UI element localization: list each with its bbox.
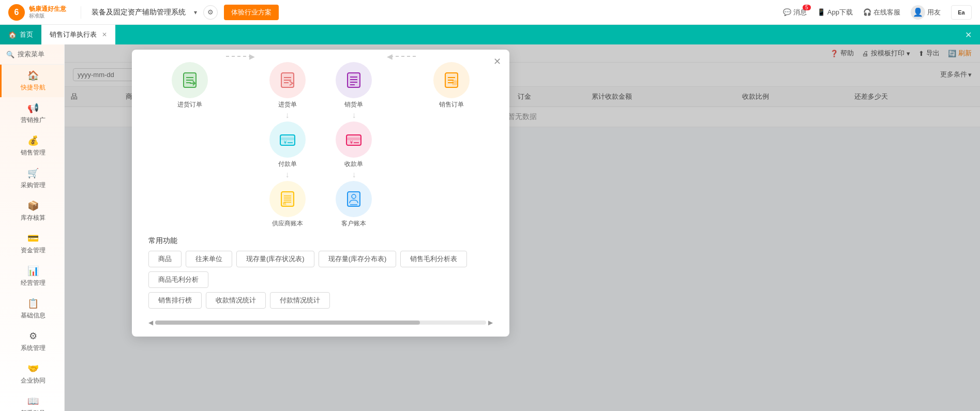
- func-btn-sales-rank[interactable]: 销售排行榜: [148, 292, 202, 309]
- scrollbar-track[interactable]: [155, 321, 486, 325]
- down-arrows-row2: ↓ ↓: [157, 171, 485, 179]
- purchase-bill-node[interactable]: [269, 62, 306, 98]
- spacer7: [418, 121, 485, 169]
- tab-close-icon[interactable]: ✕: [102, 31, 107, 38]
- supplier-account-node[interactable]: 账: [269, 181, 306, 217]
- system-icon: ⚙: [29, 330, 37, 342]
- svg-rect-30: [346, 138, 361, 140]
- common-functions: 常用功能 商品 往来单位 现存量(库存状况表) 现存量(库存分布表) 销售毛利分…: [148, 230, 493, 313]
- purchase-bill-label: 进货单: [278, 100, 297, 109]
- quick-nav-icon: 🏠: [27, 70, 39, 81]
- purchase-order-label: 进货订单: [177, 100, 202, 109]
- purchase-order-node[interactable]: [172, 62, 208, 98]
- scrollbar-right-arrow[interactable]: ▶: [488, 319, 493, 326]
- trial-button[interactable]: 体验行业方案: [224, 5, 279, 20]
- svg-rect-40: [348, 192, 360, 206]
- sidebar-item-basic-info[interactable]: 📋 基础信息: [0, 293, 64, 325]
- sidebar-item-guide[interactable]: 📖 新手引导: [0, 390, 64, 411]
- receipt-node[interactable]: ¥: [336, 121, 372, 158]
- sales-order-node[interactable]: [433, 62, 470, 98]
- func-btn-inventory-dist[interactable]: 现存量(库存分布表): [319, 251, 397, 267]
- system-title: 装备及固定资产辅助管理系统: [92, 8, 186, 17]
- ea-badge: Ea: [951, 5, 972, 20]
- message-button[interactable]: 💬 消息 5: [783, 8, 807, 17]
- payment-label: 付款单: [278, 160, 297, 169]
- spacer13: [387, 181, 485, 228]
- down-arrows-row: ↓ ↓: [157, 111, 485, 119]
- sidebar-item-marketing[interactable]: 📢 营销推广: [0, 97, 64, 130]
- user-menu[interactable]: 👤 用友: [911, 5, 941, 20]
- sales-bill-node[interactable]: [336, 62, 372, 98]
- logo-area: 6 畅康通好生意 标准版: [8, 4, 70, 21]
- finance-icon: 💳: [27, 233, 39, 244]
- message-icon: 💬: [783, 8, 791, 16]
- common-functions-title: 常用功能: [148, 236, 493, 246]
- tab-home[interactable]: 🏠 首页: [0, 25, 41, 44]
- flow-col-payment: ¥ 付款单: [254, 121, 321, 169]
- scrollbar-thumb: [155, 321, 420, 325]
- online-service-button[interactable]: 🎧 在线客服: [863, 8, 900, 17]
- settings-button[interactable]: ⚙: [203, 5, 218, 20]
- func-btn-receipt-stats[interactable]: 收款情况统计: [206, 292, 266, 309]
- marketing-icon: 📢: [27, 102, 39, 114]
- modal-scrollbar: ◀ ▶: [148, 319, 493, 326]
- system-dropdown-icon[interactable]: ▾: [194, 9, 197, 16]
- arrow-left-1: ◀: [387, 62, 418, 73]
- flow-row-3: 账 供应商账本: [157, 179, 485, 230]
- svg-text:账: 账: [283, 202, 287, 205]
- spacer11: [157, 181, 254, 228]
- modal-box: ✕: [132, 50, 509, 337]
- receipt-label: 收款单: [344, 160, 363, 169]
- flow-row-2: ¥ 付款单: [157, 119, 485, 171]
- sidebar-item-purchase[interactable]: 🛒 采购管理: [0, 162, 64, 195]
- down-arrow-spacer2: [418, 111, 485, 119]
- down-arrow-purchase: ↓: [254, 111, 321, 119]
- sidebar-item-enterprise[interactable]: 🤝 企业协同: [0, 358, 64, 390]
- flow-row-1: 进货订单 ▶: [157, 62, 485, 109]
- search-icon: 🔍: [6, 51, 14, 58]
- header-right: 💬 消息 5 📱 App下载 🎧 在线客服 👤 用友 Ea: [783, 5, 972, 20]
- logo-icon: 6: [8, 4, 25, 21]
- tab-sales-order[interactable]: 销售订单执行表 ✕: [41, 25, 115, 44]
- sales-order-label: 销售订单: [439, 100, 464, 109]
- tab-bar-close-button[interactable]: ✕: [957, 30, 980, 40]
- svg-rect-25: [280, 138, 295, 140]
- scrollbar-left-arrow[interactable]: ◀: [148, 319, 153, 326]
- sidebar-item-inventory[interactable]: 📦 库存核算: [0, 195, 64, 227]
- func-btn-payment-stats[interactable]: 付款情况统计: [270, 292, 330, 309]
- customer-account-node[interactable]: [336, 181, 372, 217]
- modal-overlay: ✕: [65, 44, 980, 411]
- func-btn-product[interactable]: 商品: [148, 251, 182, 267]
- connector-spacer: [223, 111, 254, 119]
- main-layout: 🔍 搜索菜单 🏠 快捷导航 📢 营销推广 💰 销售管理 🛒 采购管理 📦: [0, 44, 980, 411]
- app-download-button[interactable]: 📱 App下载: [817, 8, 853, 17]
- payment-node[interactable]: ¥: [269, 121, 306, 158]
- func-btn-sales-profit[interactable]: 销售毛利分析表: [400, 251, 467, 267]
- down-arrow-sales: ↓: [321, 111, 387, 119]
- sidebar-item-sales[interactable]: 💰 销售管理: [0, 130, 64, 162]
- avatar: 👤: [911, 5, 925, 20]
- svg-text:¥: ¥: [350, 140, 353, 145]
- app-icon: 📱: [817, 8, 825, 16]
- spacer10: [387, 171, 485, 179]
- sidebar-item-operations[interactable]: 📊 经营管理: [0, 260, 64, 293]
- flow-col-receipt: ¥ 收款单: [321, 121, 387, 169]
- down-arrow-receipt: ↓: [321, 171, 387, 179]
- sales-icon: 💰: [27, 135, 39, 146]
- sidebar-item-system[interactable]: ⚙ 系统管理: [0, 325, 64, 358]
- spacer6: [387, 121, 418, 169]
- func-btn-unit[interactable]: 往来单位: [186, 251, 232, 267]
- search-menu-button[interactable]: 🔍 搜索菜单: [0, 44, 64, 65]
- modal-close-button[interactable]: ✕: [493, 56, 501, 67]
- message-badge: 5: [803, 5, 811, 10]
- sales-bill-label: 销货单: [344, 100, 363, 109]
- flow-col-customer-account: 客户账本: [321, 181, 387, 228]
- func-buttons-row1: 商品 往来单位 现存量(库存状况表) 现存量(库存分布表) 销售毛利分析表 商品…: [148, 251, 493, 288]
- sidebar-item-quick-nav[interactable]: 🏠 快捷导航: [0, 65, 64, 97]
- sidebar: 🔍 搜索菜单 🏠 快捷导航 📢 营销推广 💰 销售管理 🛒 采购管理 📦: [0, 44, 65, 411]
- func-btn-product-profit[interactable]: 商品毛利分析: [148, 271, 208, 288]
- func-btn-inventory-status[interactable]: 现存量(库存状况表): [236, 251, 314, 267]
- sidebar-item-finance[interactable]: 💳 资金管理: [0, 227, 64, 260]
- flow-col-purchase-bill: 进货单: [254, 62, 321, 109]
- top-header: 6 畅康通好生意 标准版 装备及固定资产辅助管理系统 ▾ ⚙ 体验行业方案 💬 …: [0, 0, 980, 25]
